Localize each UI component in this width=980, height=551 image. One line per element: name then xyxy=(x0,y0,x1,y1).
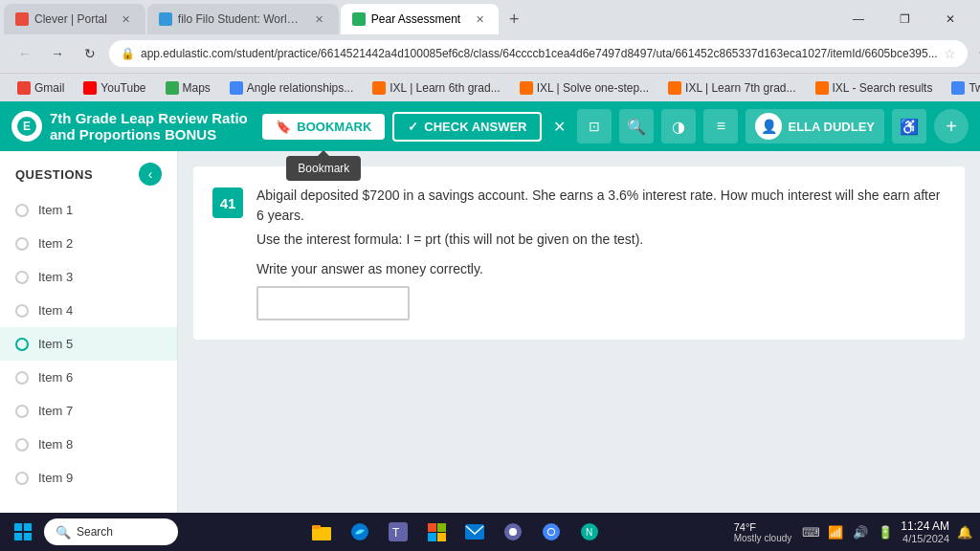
tab-clever[interactable]: Clever | Portal ✕ xyxy=(4,4,145,34)
question-formula-text: Use the interest formula: I = prt (this … xyxy=(256,230,946,250)
ixl4-favicon xyxy=(815,81,829,95)
clever-favicon xyxy=(15,12,29,26)
question-card: 41 Abigail deposited $7200 in a savings … xyxy=(193,166,965,340)
bookmark-gmail[interactable]: Gmail xyxy=(11,79,70,97)
menu-icon-btn[interactable]: ≡ xyxy=(703,109,738,143)
svg-rect-13 xyxy=(465,524,484,540)
taskbar-app-edge[interactable] xyxy=(343,515,377,549)
sidebar-item-2[interactable]: Item 2 xyxy=(0,227,177,260)
url-bar[interactable]: 🔒 app.edulastic.com/student/practice/661… xyxy=(109,40,968,67)
bookmark-two-step[interactable]: Two-step equations... xyxy=(946,79,980,97)
sidebar-item-9-label: Item 9 xyxy=(38,471,73,485)
tab-clever-label: Clever | Portal xyxy=(34,12,107,26)
new-tab-button[interactable]: + xyxy=(501,6,527,33)
sidebar-item-6[interactable]: Item 6 xyxy=(0,361,177,394)
filo-favicon xyxy=(159,12,172,26)
bookmark-star-icon[interactable]: ☆ xyxy=(944,46,956,61)
tab-filo[interactable]: filo Filo Student: World's Only Live... … xyxy=(147,4,339,34)
sidebar-toggle-button[interactable]: ‹ xyxy=(139,163,162,186)
sidebar-item-7-label: Item 7 xyxy=(38,404,73,418)
sidebar-item-1-label: Item 1 xyxy=(38,203,73,217)
taskbar-app-mail[interactable] xyxy=(457,515,492,549)
expand-icon-btn[interactable]: ⊡ xyxy=(577,109,612,143)
taskbar-app-unknown[interactable]: N xyxy=(572,515,607,549)
radio-item-6 xyxy=(15,371,29,385)
sidebar-item-9[interactable]: Item 9 xyxy=(0,461,177,495)
accessibility-icon-btn[interactable]: ♿ xyxy=(892,109,926,143)
tray-time: 11:24 AM xyxy=(901,519,949,533)
ixl2-favicon xyxy=(520,81,533,95)
taskbar-app-cortana[interactable] xyxy=(496,515,530,549)
tab-pear[interactable]: Pear Assessment ✕ xyxy=(341,4,499,34)
ixl2-label: IXL | Solve one-step... xyxy=(537,81,649,95)
sidebar-item-4[interactable]: Item 4 xyxy=(0,294,177,327)
sidebar-item-1[interactable]: Item 1 xyxy=(0,193,177,227)
bookmark-ixl1[interactable]: IXL | Learn 6th grad... xyxy=(367,79,505,97)
ixl1-favicon xyxy=(372,81,386,95)
tray-sound-icon[interactable]: 🔊 xyxy=(851,522,870,541)
taskbar-app-file-explorer[interactable] xyxy=(304,515,339,549)
close-button[interactable]: ✕ xyxy=(928,4,972,34)
user-area[interactable]: 👤 ELLA DUDLEY xyxy=(746,109,884,143)
bookmarks-bar: Gmail YouTube Maps Angle relationships..… xyxy=(0,73,980,101)
contrast-icon-btn[interactable]: ◑ xyxy=(661,109,696,143)
taskbar-app-chrome[interactable] xyxy=(534,515,568,549)
sidebar-item-8[interactable]: Item 8 xyxy=(0,428,177,461)
svg-rect-3 xyxy=(24,533,32,540)
twostep-favicon xyxy=(951,81,965,95)
taskbar-tray: 74°F Mostly cloudy ⌨ 📶 🔊 🔋 11:24 AM 4/15… xyxy=(734,519,974,544)
sidebar-item-3[interactable]: Item 3 xyxy=(0,260,177,294)
bookmark-button[interactable]: 🔖 BOOKMARK xyxy=(262,114,385,140)
radio-item-2 xyxy=(15,237,29,251)
bookmark-icon: 🔖 xyxy=(276,120,291,134)
browser-chrome: Clever | Portal ✕ filo Filo Student: Wor… xyxy=(0,0,980,101)
bookmark-ixl4[interactable]: IXL - Search results xyxy=(810,79,939,97)
check-answer-button[interactable]: ✓ CHECK ANSWER xyxy=(392,112,542,142)
angle-favicon xyxy=(230,81,243,95)
tray-clock[interactable]: 11:24 AM 4/15/2024 xyxy=(901,519,949,544)
tray-network-icon[interactable]: 📶 xyxy=(826,522,845,541)
bookmark-maps[interactable]: Maps xyxy=(160,79,216,97)
weather-desc: Mostly cloudy xyxy=(734,533,792,543)
plus-button[interactable]: + xyxy=(934,109,969,143)
tray-notification-icon[interactable]: 🔔 xyxy=(955,522,974,541)
refresh-button[interactable]: ↻ xyxy=(77,40,103,67)
svg-text:N: N xyxy=(586,527,592,538)
search-icon-btn[interactable]: 🔍 xyxy=(619,109,654,143)
user-avatar: 👤 xyxy=(755,113,782,140)
start-button[interactable] xyxy=(6,515,40,549)
radio-item-5 xyxy=(15,338,29,351)
tray-keyboard-icon[interactable]: ⌨ xyxy=(801,522,820,541)
question-main-text: Abigail deposited $7200 in a savings acc… xyxy=(256,186,946,226)
app-logo-inner: E xyxy=(17,117,36,136)
back-button[interactable]: ← xyxy=(11,40,38,67)
url-text: app.edulastic.com/student/practice/66145… xyxy=(141,47,938,60)
bookmark-angle[interactable]: Angle relationships... xyxy=(224,79,359,97)
maximize-button[interactable]: ❐ xyxy=(882,4,926,34)
taskbar-search[interactable]: 🔍 Search xyxy=(44,518,178,545)
tab-filo-close[interactable]: ✕ xyxy=(312,11,327,27)
tab-pear-close[interactable]: ✕ xyxy=(472,11,487,27)
radio-item-8 xyxy=(15,438,29,452)
forward-button[interactable]: → xyxy=(44,40,71,67)
youtube-label: YouTube xyxy=(100,81,145,95)
extensions-button[interactable]: 🧩 xyxy=(973,40,980,67)
svg-text:T: T xyxy=(392,526,400,540)
taskbar-app-store[interactable] xyxy=(419,515,454,549)
svg-rect-4 xyxy=(312,527,331,540)
sidebar-item-7[interactable]: Item 7 xyxy=(0,394,177,428)
sidebar-item-5[interactable]: Item 5 xyxy=(0,327,177,361)
tray-battery-icon[interactable]: 🔋 xyxy=(876,522,895,541)
radio-item-7 xyxy=(15,405,29,418)
close-x-button[interactable]: ✕ xyxy=(549,114,569,140)
tab-clever-close[interactable]: ✕ xyxy=(119,11,134,27)
answer-input[interactable] xyxy=(256,286,410,320)
bookmark-youtube[interactable]: YouTube xyxy=(78,79,151,97)
taskbar-app-teams[interactable]: T xyxy=(381,515,415,549)
minimize-button[interactable]: — xyxy=(836,4,880,34)
bookmark-ixl3[interactable]: IXL | Learn 7th grad... xyxy=(662,79,801,97)
svg-rect-5 xyxy=(312,525,321,529)
bookmark-tooltip: Bookmark xyxy=(286,156,361,181)
bookmark-ixl2[interactable]: IXL | Solve one-step... xyxy=(514,79,655,97)
taskbar-apps: T N xyxy=(182,515,730,549)
